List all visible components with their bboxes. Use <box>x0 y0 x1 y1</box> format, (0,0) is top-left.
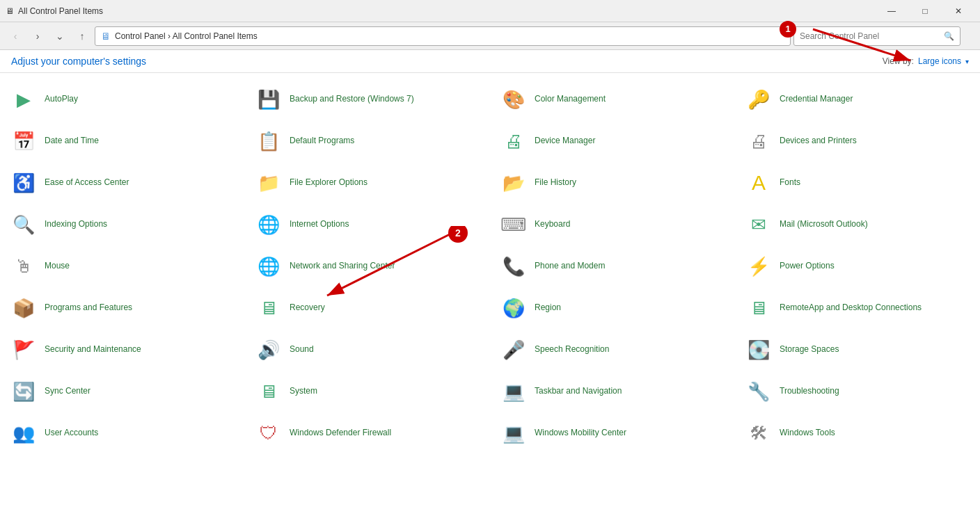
cp-item-troubleshooting[interactable]: 🔧Troubleshooting <box>735 371 980 412</box>
cp-item-label-file-history: File History <box>535 177 576 188</box>
cp-item-backup-restore[interactable]: 💾Backup and Restore (Windows 7) <box>245 79 490 120</box>
cp-item-icon-troubleshooting: 🔧 <box>745 378 773 405</box>
cp-item-label-mouse: Mouse <box>45 261 70 272</box>
cp-item-keyboard[interactable]: ⌨Keyboard <box>490 204 735 245</box>
cp-item-label-remoteapp: RemoteApp and Desktop Connections <box>780 303 922 314</box>
title-bar: 🖥 All Control Panel Items — □ ✕ <box>0 0 980 22</box>
cp-item-date-time[interactable]: 📅Date and Time <box>0 120 245 162</box>
cp-item-label-default-programs: Default Programs <box>290 136 354 147</box>
view-by: View by: Large icons ▾ <box>883 56 969 66</box>
content-area: Adjust your computer's settings View by:… <box>0 50 980 516</box>
cp-item-icon-speech-recognition: 🎤 <box>500 336 528 364</box>
toolbar-row: Adjust your computer's settings View by:… <box>0 50 980 73</box>
forward-button[interactable]: › <box>28 26 47 46</box>
cp-item-autoplay[interactable]: ▶AutoPlay <box>0 79 245 120</box>
search-box[interactable]: 🔍 <box>793 26 961 46</box>
cp-item-label-speech-recognition: Speech Recognition <box>535 344 609 355</box>
cp-item-credential-manager[interactable]: 🔑Credential Manager <box>735 79 980 120</box>
cp-item-power-options[interactable]: ⚡Power Options <box>735 245 980 287</box>
cp-item-icon-mouse: 🖱 <box>10 252 38 280</box>
cp-item-fonts[interactable]: AFonts <box>735 162 980 204</box>
page-title: Adjust your computer's settings <box>11 56 146 67</box>
cp-item-storage-spaces[interactable]: 💽Storage Spaces <box>735 329 980 371</box>
cp-item-windows-mobility[interactable]: 💻Windows Mobility Center <box>490 412 735 454</box>
cp-item-icon-autoplay: ▶ <box>10 86 38 113</box>
cp-item-label-windows-mobility: Windows Mobility Center <box>535 428 626 439</box>
cp-item-label-ease-of-access: Ease of Access Center <box>45 177 129 188</box>
cp-item-programs-features[interactable]: 📦Programs and Features <box>0 287 245 329</box>
close-button[interactable]: ✕ <box>942 0 974 22</box>
viewby-arrow-icon[interactable]: ▾ <box>965 58 969 65</box>
cp-item-remoteapp[interactable]: 🖥RemoteApp and Desktop Connections <box>735 287 980 329</box>
cp-item-indexing-options[interactable]: 🔍Indexing Options <box>0 204 245 245</box>
cp-item-icon-ease-of-access: ♿ <box>10 169 38 197</box>
viewby-label: View by: <box>883 56 914 66</box>
cp-item-default-programs[interactable]: 📋Default Programs <box>245 120 490 162</box>
cp-item-file-explorer-options[interactable]: 📁File Explorer Options <box>245 162 490 204</box>
cp-item-icon-programs-features: 📦 <box>10 294 38 322</box>
cp-item-network-sharing[interactable]: 🌐Network and Sharing Center <box>245 245 490 287</box>
recent-pages-button[interactable]: ⌄ <box>50 26 70 46</box>
minimize-button[interactable]: — <box>876 0 908 22</box>
cp-item-label-windows-tools: Windows Tools <box>780 428 835 439</box>
address-icon: 🖥 <box>101 31 111 42</box>
cp-item-label-mail: Mail (Microsoft Outlook) <box>780 219 868 230</box>
cp-item-security-maintenance[interactable]: 🚩Security and Maintenance <box>0 329 245 371</box>
cp-item-icon-power-options: ⚡ <box>745 252 773 280</box>
cp-item-mouse[interactable]: 🖱Mouse <box>0 245 245 287</box>
cp-item-system[interactable]: 🖥System <box>245 371 490 412</box>
cp-item-icon-credential-manager: 🔑 <box>745 86 773 113</box>
cp-item-windows-tools[interactable]: 🛠Windows Tools <box>735 412 980 454</box>
cp-item-user-accounts[interactable]: 👥User Accounts <box>0 412 245 454</box>
cp-item-internet-options[interactable]: 🌐Internet Options <box>245 204 490 245</box>
cp-item-label-taskbar-navigation: Taskbar and Navigation <box>535 386 622 397</box>
cp-item-label-user-accounts: User Accounts <box>45 428 98 439</box>
cp-item-label-sync-center: Sync Center <box>45 386 90 397</box>
cp-item-sync-center[interactable]: 🔄Sync Center <box>0 371 245 412</box>
cp-item-label-credential-manager: Credential Manager <box>780 94 853 105</box>
cp-item-icon-sound: 🔊 <box>255 336 283 364</box>
cp-item-file-history[interactable]: 📂File History <box>490 162 735 204</box>
cp-item-icon-color-management: 🎨 <box>500 86 528 113</box>
cp-item-region[interactable]: 🌍Region <box>490 287 735 329</box>
search-icon[interactable]: 🔍 <box>944 31 954 41</box>
cp-item-label-storage-spaces: Storage Spaces <box>780 344 839 355</box>
cp-item-recovery[interactable]: 🖥Recovery <box>245 287 490 329</box>
cp-item-label-windows-defender: Windows Defender Firewall <box>290 428 391 439</box>
cp-item-icon-device-manager: 🖨 <box>500 127 528 155</box>
up-button[interactable]: ↑ <box>72 26 92 46</box>
cp-item-label-backup-restore: Backup and Restore (Windows 7) <box>290 94 414 105</box>
cp-item-icon-sync-center: 🔄 <box>10 378 38 405</box>
cp-item-label-file-explorer-options: File Explorer Options <box>290 177 368 188</box>
cp-item-icon-backup-restore: 💾 <box>255 86 283 113</box>
address-bar[interactable]: 🖥 Control Panel › All Control Panel Item… <box>95 26 791 46</box>
items-container: ▶AutoPlay💾Backup and Restore (Windows 7)… <box>0 73 980 516</box>
cp-item-icon-file-explorer-options: 📁 <box>255 169 283 197</box>
maximize-button[interactable]: □ <box>909 0 941 22</box>
cp-item-ease-of-access[interactable]: ♿Ease of Access Center <box>0 162 245 204</box>
cp-item-sound[interactable]: 🔊Sound <box>245 329 490 371</box>
back-button[interactable]: ‹ <box>6 26 25 46</box>
cp-item-devices-printers[interactable]: 🖨Devices and Printers <box>735 120 980 162</box>
cp-item-icon-system: 🖥 <box>255 378 283 405</box>
cp-item-mail[interactable]: ✉Mail (Microsoft Outlook) <box>735 204 980 245</box>
cp-item-icon-windows-tools: 🛠 <box>745 419 773 447</box>
cp-item-speech-recognition[interactable]: 🎤Speech Recognition <box>490 329 735 371</box>
cp-item-phone-modem[interactable]: 📞Phone and Modem <box>490 245 735 287</box>
cp-item-icon-region: 🌍 <box>500 294 528 322</box>
cp-item-device-manager[interactable]: 🖨Device Manager <box>490 120 735 162</box>
items-grid: ▶AutoPlay💾Backup and Restore (Windows 7)… <box>0 79 980 454</box>
cp-item-icon-date-time: 📅 <box>10 127 38 155</box>
cp-item-label-region: Region <box>535 303 561 314</box>
cp-item-windows-defender[interactable]: 🛡Windows Defender Firewall <box>245 412 490 454</box>
cp-item-icon-windows-defender: 🛡 <box>255 419 283 447</box>
search-input[interactable] <box>800 31 941 41</box>
cp-item-label-fonts: Fonts <box>780 177 800 188</box>
cp-item-icon-internet-options: 🌐 <box>255 211 283 239</box>
cp-item-icon-phone-modem: 📞 <box>500 252 528 280</box>
cp-item-label-internet-options: Internet Options <box>290 219 349 230</box>
cp-item-color-management[interactable]: 🎨Color Management <box>490 79 735 120</box>
cp-item-icon-file-history: 📂 <box>500 169 528 197</box>
cp-item-taskbar-navigation[interactable]: 💻Taskbar and Navigation <box>490 371 735 412</box>
viewby-link[interactable]: Large icons <box>918 56 961 66</box>
